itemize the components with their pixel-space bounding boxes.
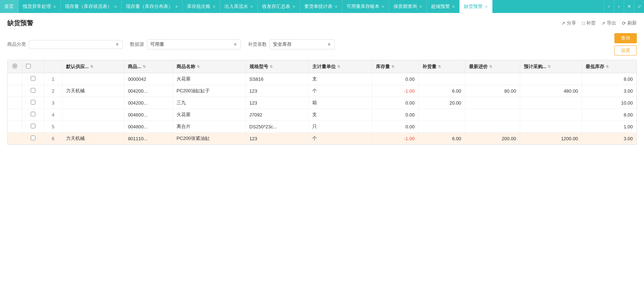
row-checkbox[interactable] <box>31 88 35 93</box>
th-estimated-purchase[interactable]: 预计采购... ⇅ <box>520 60 582 73</box>
replenish-icon: □ <box>582 21 585 26</box>
tab-available-ledger[interactable]: 可用量库存账本 ✕ <box>342 0 389 13</box>
filter-actions: 查询 设置 <box>614 33 637 56</box>
th-unit[interactable]: 主计量单位 ⇅ <box>309 60 372 73</box>
row-checkbox[interactable] <box>31 112 35 116</box>
tab-home[interactable]: 首页 <box>0 0 18 13</box>
tab-flow[interactable]: 出入库流水 ✕ <box>220 0 258 13</box>
tab-expand-button[interactable]: ⤢ <box>634 0 644 13</box>
tab-pick-exception[interactable]: 拣货异常处理 ✕ <box>18 0 61 13</box>
td-checkbox[interactable] <box>22 133 44 145</box>
td-checkbox[interactable] <box>22 85 44 97</box>
td-spec: DS250*23c... <box>245 121 309 133</box>
row-checkbox[interactable] <box>31 100 35 105</box>
td-supplier: 力天机械 <box>62 85 124 97</box>
td-product-code: 004200... <box>124 97 173 109</box>
td-spec: SS816 <box>245 73 309 85</box>
page-title: 缺货预警 <box>7 19 33 27</box>
close-icon[interactable]: ✕ <box>382 5 384 9</box>
table-row[interactable]: 5 004800... 离合片 DS250*23c... 只 0.00 1.00 <box>8 121 636 133</box>
close-icon[interactable]: ✕ <box>292 5 295 9</box>
table-row[interactable]: 2 力天机械 004200... PC200油缸缸子 123 个 -1.00 6… <box>8 85 636 97</box>
close-icon[interactable]: ✕ <box>53 5 56 9</box>
tab-scroll-left-button[interactable]: ‹ <box>604 0 614 13</box>
td-settings <box>8 133 22 145</box>
close-icon[interactable]: ✕ <box>250 5 253 9</box>
td-replenish: 6.00 <box>418 133 465 145</box>
close-icon[interactable]: ✕ <box>419 5 422 9</box>
th-settings[interactable] <box>8 60 22 73</box>
td-replenish <box>418 121 465 133</box>
td-replenish <box>418 73 465 85</box>
td-row-num: 3 <box>44 97 62 109</box>
td-unit: 只 <box>309 121 372 133</box>
close-icon[interactable]: ✕ <box>335 5 338 9</box>
td-min-stock: 8.00 <box>582 109 636 121</box>
table-row[interactable]: 3 004200... 三九 123 箱 0.00 20.00 10.00 <box>8 97 636 109</box>
tab-batch-account[interactable]: 库存批次账 ✕ <box>183 0 220 13</box>
category-select[interactable]: ▼ <box>29 40 123 49</box>
row-checkbox[interactable] <box>31 76 35 81</box>
td-checkbox[interactable] <box>22 97 44 109</box>
close-icon[interactable]: ✕ <box>213 5 216 9</box>
table-row[interactable]: 6 力天机械 801110... PC200张紧油缸 123 个 -1.00 6… <box>8 133 636 145</box>
td-settings <box>8 73 22 85</box>
td-product-name: PC200张紧油缸 <box>173 133 245 145</box>
td-checkbox[interactable] <box>22 109 44 121</box>
close-icon[interactable]: ✕ <box>485 5 488 9</box>
th-latest-price[interactable]: 最新进价 ⇅ <box>465 60 520 73</box>
tab-current-stock-dist[interactable]: 现存量（库存分布表） ✕ <box>122 0 183 13</box>
tab-quality-query[interactable]: 保质期查询 ✕ <box>389 0 427 13</box>
tab-current-stock-status[interactable]: 现存量（库存状况表） ✕ <box>61 0 122 13</box>
row-checkbox[interactable] <box>31 124 35 128</box>
share-button[interactable]: ↗ 分享 <box>561 20 576 26</box>
select-all-checkbox[interactable] <box>26 64 31 69</box>
tab-close-button[interactable]: ✕ <box>624 0 634 13</box>
td-stock: 0.00 <box>372 73 418 85</box>
export-button[interactable]: ↗ 导出 <box>601 20 616 26</box>
table-row[interactable]: 4 004600... 火花塞 J7092 支 0.00 8.00 <box>8 109 636 121</box>
td-stock: 0.00 <box>372 97 418 109</box>
td-supplier <box>62 121 124 133</box>
tab-overstock-warning[interactable]: 超储预警 ✕ <box>427 0 460 13</box>
td-unit: 箱 <box>309 97 372 109</box>
th-supplier[interactable]: 默认供应... ⇅ <box>62 60 124 73</box>
td-checkbox[interactable] <box>22 121 44 133</box>
row-checkbox[interactable] <box>31 136 35 140</box>
th-checkbox[interactable] <box>22 60 44 73</box>
close-icon[interactable]: ✕ <box>175 5 178 9</box>
td-spec: 123 <box>245 85 309 97</box>
th-replenish[interactable]: 补货量 ⇅ <box>418 60 465 73</box>
tab-summary[interactable]: 收发存汇总表 ✕ <box>258 0 300 13</box>
th-min-stock[interactable]: 最低库存 ⇅ <box>582 60 636 73</box>
td-stock: -1.00 <box>372 133 418 145</box>
th-product-name[interactable]: 商品名称 ⇅ <box>173 60 245 73</box>
refresh-button[interactable]: ⟳ 刷新 <box>622 20 637 26</box>
close-icon[interactable]: ✕ <box>452 5 455 9</box>
th-spec[interactable]: 规格型号 ⇅ <box>245 60 309 73</box>
datasource-select[interactable]: 可用量 ▼ <box>147 39 241 49</box>
td-row-num: 1 <box>44 73 62 85</box>
query-button[interactable]: 查询 <box>614 33 637 43</box>
tab-shortage-warning[interactable]: 缺货预警 ✕ <box>460 0 492 13</box>
td-product-name: PC200油缸缸子 <box>173 85 245 97</box>
td-product-name: 火花塞 <box>173 73 245 85</box>
replenish-base-select[interactable]: 安全库存 ▼ <box>270 39 335 49</box>
th-stock[interactable]: 库存量 ⇅ <box>372 60 418 73</box>
th-product-code[interactable]: 商品... ⇅ <box>124 60 173 73</box>
settings-button[interactable]: 设置 <box>614 45 637 56</box>
tab-demand-stat[interactable]: 要货单统计表 ✕ <box>300 0 342 13</box>
replenish-button[interactable]: □ 补货 <box>582 20 596 26</box>
tab-scroll-right-button[interactable]: › <box>614 0 624 13</box>
table-row[interactable]: 1 0000042 火花塞 SS816 支 0.00 8.00 <box>8 73 636 85</box>
close-icon[interactable]: ✕ <box>114 5 117 9</box>
sort-icon: ⇅ <box>197 65 200 69</box>
td-latest-price <box>465 73 520 85</box>
td-row-num: 4 <box>44 109 62 121</box>
td-checkbox[interactable] <box>22 73 44 85</box>
td-product-code: 004600... <box>124 109 173 121</box>
gear-icon <box>12 63 18 69</box>
td-min-stock: 10.00 <box>582 97 636 109</box>
datasource-value: 可用量 <box>150 41 164 48</box>
td-settings <box>8 97 22 109</box>
